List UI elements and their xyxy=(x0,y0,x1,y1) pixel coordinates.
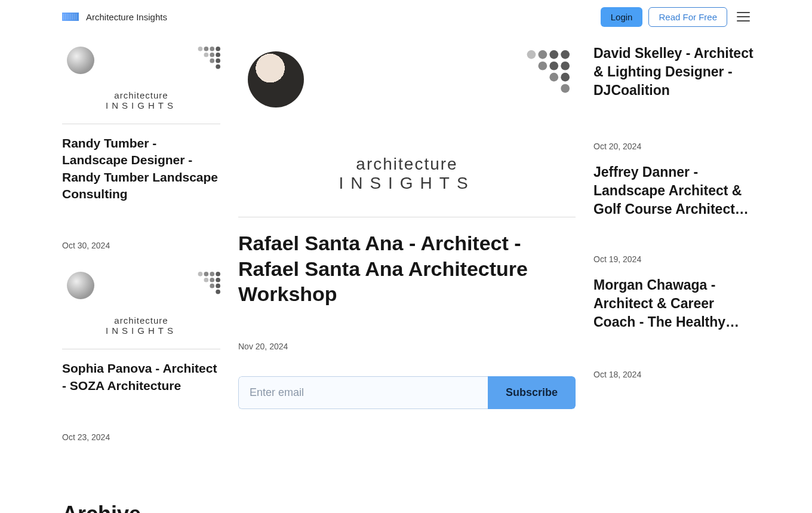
card-date: Oct 30, 2024 xyxy=(62,241,220,250)
site-title: Architecture Insights xyxy=(86,12,167,22)
brand-line2: INSIGHTS xyxy=(106,100,177,110)
card-title: Sophia Panova - Architect - SOZA Archite… xyxy=(62,360,220,394)
brand-line2: INSIGHTS xyxy=(339,174,475,193)
left-column: architecture INSIGHTS Randy Tumber - Lan… xyxy=(62,44,220,442)
card-title: Jeffrey Danner - Landscape Architect & G… xyxy=(593,163,755,219)
list-item[interactable]: Jeffrey Danner - Landscape Architect & G… xyxy=(593,163,755,264)
brand-line1: architecture xyxy=(106,90,177,100)
avatar-icon xyxy=(248,51,304,107)
card-date: Oct 23, 2024 xyxy=(62,432,220,442)
site-logo-icon xyxy=(62,13,79,21)
brand-wordmark: architecture INSIGHTS xyxy=(339,155,475,193)
list-item[interactable]: architecture INSIGHTS Sophia Panova - Ar… xyxy=(62,269,220,442)
list-item[interactable]: architecture INSIGHTS Randy Tumber - Lan… xyxy=(62,44,220,250)
dots-pattern-icon xyxy=(527,50,570,93)
feature-title: Rafael Santa Ana - Architect - Rafael Sa… xyxy=(238,231,576,307)
card-date: Oct 19, 2024 xyxy=(593,254,755,264)
brand-line2: INSIGHTS xyxy=(106,325,177,336)
dots-pattern-icon xyxy=(198,47,220,69)
card-date: Oct 20, 2024 xyxy=(593,142,755,151)
card-thumbnail: architecture INSIGHTS xyxy=(62,44,220,124)
brand-wordmark: architecture INSIGHTS xyxy=(106,315,177,336)
archive-heading: Archive xyxy=(62,502,750,513)
card-thumbnail: architecture INSIGHTS xyxy=(62,269,220,349)
avatar-icon xyxy=(67,272,94,299)
archive-section: Archive xyxy=(0,466,812,513)
card-title: David Skelley - Architect & Lighting Des… xyxy=(593,44,755,100)
email-input[interactable] xyxy=(238,376,488,409)
card-title: Morgan Chawaga - Architect & Career Coac… xyxy=(593,276,755,331)
brand-wordmark: architecture INSIGHTS xyxy=(106,90,177,110)
hamburger-menu-icon[interactable] xyxy=(737,12,750,21)
header: Architecture Insights Login Read For Fre… xyxy=(0,0,812,33)
right-column: David Skelley - Architect & Lighting Des… xyxy=(593,44,755,379)
header-right: Login Read For Free xyxy=(601,7,750,27)
list-item[interactable]: David Skelley - Architect & Lighting Des… xyxy=(593,44,755,151)
login-button[interactable]: Login xyxy=(601,7,643,27)
card-date: Oct 18, 2024 xyxy=(593,370,755,379)
avatar-icon xyxy=(67,47,94,74)
subscribe-button[interactable]: Subscribe xyxy=(488,376,576,409)
feature-card[interactable]: architecture INSIGHTS Rafael Santa Ana -… xyxy=(238,44,576,351)
card-title: Randy Tumber - Landscape Designer - Rand… xyxy=(62,135,220,202)
center-column: architecture INSIGHTS Rafael Santa Ana -… xyxy=(238,44,576,409)
feature-thumbnail: architecture INSIGHTS xyxy=(238,44,576,217)
brand-line1: architecture xyxy=(339,155,475,174)
feature-date: Nov 20, 2024 xyxy=(238,342,576,351)
header-left: Architecture Insights xyxy=(62,12,167,22)
dots-pattern-icon xyxy=(198,272,220,294)
content-grid: architecture INSIGHTS Randy Tumber - Lan… xyxy=(0,33,812,466)
brand-line1: architecture xyxy=(106,315,177,325)
read-for-free-button[interactable]: Read For Free xyxy=(648,7,727,27)
subscribe-form: Subscribe xyxy=(238,376,576,409)
list-item[interactable]: Morgan Chawaga - Architect & Career Coac… xyxy=(593,276,755,379)
